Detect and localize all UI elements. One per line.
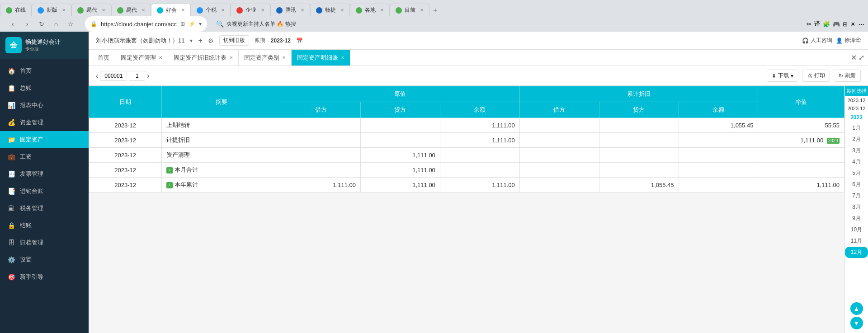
period-month-6[interactable]: 6月 [845, 179, 868, 190]
page-tabs: 首页 固定资产管理 ✕ 固定资产折旧统计表 ✕ 固定资产类别 ✕ 固定资产明细账… [89, 50, 868, 66]
col-net-value: 净值 [758, 86, 844, 118]
period-year-label[interactable]: 2023 [845, 113, 868, 122]
sidebar-item-archive[interactable]: 🗄 归档管理 [0, 234, 89, 251]
period-month-4[interactable]: 4月 [845, 156, 868, 168]
scroll-down-btn[interactable]: ▼ [850, 317, 863, 329]
scroll-up-btn[interactable]: ▲ [850, 302, 863, 315]
browser-tab-zaixin[interactable]: 在线 [0, 4, 32, 16]
settings-btn2[interactable]: ⚙ [208, 37, 214, 44]
scissors-btn[interactable]: ✂ [807, 21, 811, 28]
sidebar-item-ledger[interactable]: 📋 总账 [0, 80, 89, 97]
sidebar-item-capital[interactable]: 💰 资金管理 [0, 114, 89, 131]
cell-orig-credit: 1,111.00 [360, 163, 440, 178]
period-month-10[interactable]: 10月 [845, 224, 868, 235]
sidebar-item-purchase-sales[interactable]: 📑 进销台账 [0, 183, 89, 200]
sidebar-item-salary[interactable]: 💼 工资 [0, 148, 89, 165]
version-switch-btn[interactable]: 切到旧版 [219, 35, 249, 46]
browser-tab-yidai1[interactable]: 易代 ✕ [71, 4, 111, 16]
sidebar-item-invoice[interactable]: 🧾 发票管理 [0, 165, 89, 183]
year-badge: 2023 [827, 138, 840, 144]
table-wrapper: 日期 摘要 原值 累计折旧 净值 借方 贷方 余额 借方 贷方 余额 [89, 86, 844, 333]
period-month-1[interactable]: 1月 [845, 122, 868, 134]
sidebar-nav: 🏠 首页 📋 总账 📊 报表中心 💰 资金管理 📁 固定资产 💼 工资 [0, 59, 89, 333]
browser-tab-tencent[interactable]: 腾讯 ✕ [270, 4, 310, 16]
expand-btn[interactable]: ⤢ [859, 53, 864, 62]
page-number-input[interactable] [100, 71, 127, 81]
tab-fixed-assets-mgmt[interactable]: 固定资产管理 ✕ [115, 50, 168, 66]
tab-home[interactable]: 首页 [92, 50, 115, 66]
close-tab-asset-detail-ledger[interactable]: ✕ [341, 55, 344, 60]
extension-btn[interactable]: 🧩 [823, 21, 830, 28]
page-index-input[interactable] [129, 71, 145, 81]
help-btn[interactable]: 🎧 人工咨询 [802, 37, 832, 44]
col-accum-balance: 余额 [679, 102, 758, 118]
new-tab-button[interactable]: + [429, 5, 441, 16]
period-month-5[interactable]: 5月 [845, 168, 868, 179]
company-name: 刘小艳演示账套（勿删勿动！）11 [96, 37, 184, 45]
browser-tab-changjie[interactable]: 畅捷 ✕ [310, 4, 350, 16]
col-summary: 摘要 [162, 86, 281, 118]
dropdown-icon[interactable]: ▾ [199, 21, 202, 27]
download-btn[interactable]: ⬇ 下载 ▾ [767, 70, 798, 82]
collapse-btn[interactable]: ✕ [851, 53, 857, 62]
browser-tab-gedi[interactable]: 各地 ✕ [350, 4, 390, 16]
calendar-icon[interactable]: 📅 [296, 38, 303, 44]
close-tab-depreciation-stats[interactable]: ✕ [229, 55, 233, 60]
game-btn[interactable]: 🎮 [833, 21, 840, 28]
cell-accum-balance: 1,055.45 [679, 118, 758, 133]
brightness-btn[interactable]: ☀ [850, 21, 856, 28]
ssl-icon: 🔒 [90, 21, 97, 27]
period-month-11[interactable]: 11月 [845, 235, 868, 247]
next-page-btn[interactable]: › [147, 72, 149, 80]
period-month-7[interactable]: 7月 [845, 190, 868, 202]
tab-asset-category[interactable]: 固定资产类别 ✕ [239, 50, 292, 66]
sidebar-item-guide[interactable]: 🎯 新手引导 [0, 268, 89, 286]
sidebar-item-settings[interactable]: ⚙️ 设置 [0, 251, 89, 268]
sidebar-item-tax[interactable]: 🏛 税务管理 [0, 200, 89, 217]
bookmark-button[interactable]: ☆ [65, 19, 76, 29]
browser-tab-muqian[interactable]: 目前 ✕ [390, 4, 429, 16]
sidebar-item-fixed-assets[interactable]: 📁 固定资产 [0, 131, 89, 148]
browser-tab-yidai2[interactable]: 易代 ✕ [111, 4, 151, 16]
browser-tab-qiye[interactable]: 企业 ✕ [231, 4, 270, 16]
period-selected-end: 2023.12 [845, 104, 868, 113]
settings-btn[interactable]: ⋯ [859, 21, 864, 28]
print-btn[interactable]: 🖨 打印 [802, 70, 830, 82]
home-button[interactable]: ⌂ [51, 19, 61, 29]
cell-date: 2023-12 [89, 178, 162, 192]
col-orig-credit: 贷方 [360, 102, 440, 118]
browser-tab-xinban[interactable]: 新版 ✕ [32, 4, 71, 16]
period-month-3[interactable]: 3月 [845, 145, 868, 156]
close-tab-asset-category[interactable]: ✕ [282, 55, 286, 60]
address-input[interactable] [101, 21, 177, 28]
logo-version: 专业版 [25, 46, 61, 52]
prev-page-btn[interactable]: ‹ [96, 72, 98, 80]
tab-asset-detail-ledger[interactable]: 固定资产明细账 ✕ [292, 50, 350, 66]
period-month-12[interactable]: 12月 [845, 247, 868, 258]
dropdown-arrow[interactable]: ▾ [190, 38, 193, 44]
sidebar-item-home[interactable]: 🏠 首页 [0, 62, 89, 80]
browser-tab-geshui[interactable]: 个税 ✕ [191, 4, 231, 16]
forward-button[interactable]: › [22, 19, 33, 29]
reload-button[interactable]: ↻ [36, 19, 47, 29]
cell-accum-debit [519, 118, 599, 133]
tab-depreciation-stats[interactable]: 固定资产折旧统计表 ✕ [168, 50, 239, 66]
add-company-btn[interactable]: + [198, 37, 202, 45]
closing-icon: 🔒 [7, 221, 15, 230]
sidebar-item-closing[interactable]: 🔒 结账 [0, 217, 89, 234]
grid-btn[interactable]: ⊞ [843, 21, 848, 28]
back-button[interactable]: ‹ [7, 19, 18, 29]
period-month-2[interactable]: 2月 [845, 134, 868, 145]
col-accum-credit: 贷方 [599, 102, 679, 118]
ledger-icon: 📋 [7, 84, 15, 92]
refresh-btn[interactable]: ↻ 刷新 [834, 70, 861, 82]
user-profile[interactable]: 👤 徐泽华 [836, 37, 861, 44]
browser-tab-haohui[interactable]: 好会 ✕ [151, 4, 191, 16]
translate-btn[interactable]: 译 [814, 20, 820, 28]
period-month-8[interactable]: 8月 [845, 202, 868, 213]
home-icon: 🏠 [7, 67, 15, 75]
period-month-9[interactable]: 9月 [845, 213, 868, 224]
download-arrow[interactable]: ▾ [791, 73, 793, 79]
sidebar-item-reports[interactable]: 📊 报表中心 [0, 97, 89, 114]
close-tab-fixed-assets-mgmt[interactable]: ✕ [159, 55, 162, 60]
